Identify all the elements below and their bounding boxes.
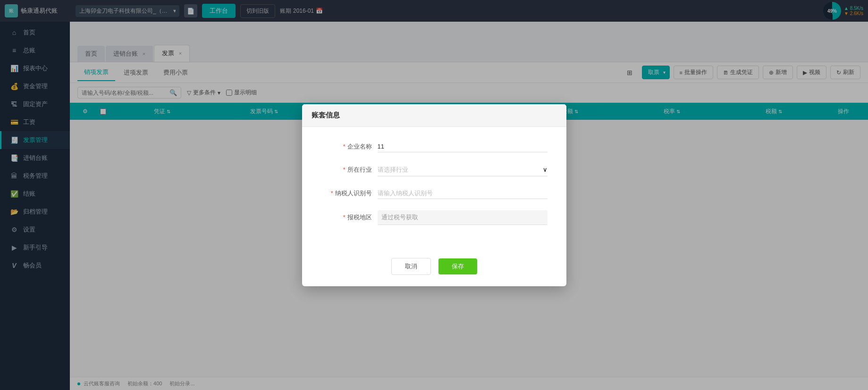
dialog-footer: 取消 保存 bbox=[302, 250, 566, 286]
required-star: * bbox=[343, 143, 346, 150]
required-star-4: * bbox=[343, 214, 346, 221]
save-button[interactable]: 保存 bbox=[438, 258, 477, 274]
required-star-2: * bbox=[343, 166, 346, 173]
tax-region-disabled-input: 通过税号获取 bbox=[378, 210, 548, 225]
tax-region-placeholder: 通过税号获取 bbox=[381, 214, 418, 221]
required-star-3: * bbox=[331, 190, 333, 197]
tax-region-control: 通过税号获取 bbox=[378, 210, 548, 225]
dialog-overlay: 账套信息 * 企业名称 * 所在行业 bbox=[0, 0, 868, 390]
industry-row: * 所在行业 请选择行业 ∨ bbox=[321, 164, 548, 176]
industry-control: 请选择行业 ∨ bbox=[378, 164, 548, 176]
tax-region-label: * 报税地区 bbox=[321, 213, 378, 222]
account-info-dialog: 账套信息 * 企业名称 * 所在行业 bbox=[302, 104, 566, 286]
company-name-row: * 企业名称 bbox=[321, 141, 548, 152]
dialog-body: * 企业名称 * 所在行业 请选择行业 ∨ bbox=[302, 127, 566, 250]
tax-region-row: * 报税地区 通过税号获取 bbox=[321, 210, 548, 225]
tax-id-label: * 纳税人识别号 bbox=[321, 189, 378, 198]
tax-id-row: * 纳税人识别号 bbox=[321, 188, 548, 199]
company-name-input[interactable] bbox=[378, 141, 548, 152]
industry-select[interactable]: 请选择行业 ∨ bbox=[378, 164, 548, 176]
industry-chevron-icon: ∨ bbox=[543, 166, 548, 173]
dialog-header: 账套信息 bbox=[302, 104, 566, 127]
dialog-title: 账套信息 bbox=[312, 111, 340, 119]
company-name-label: * 企业名称 bbox=[321, 142, 378, 151]
tax-id-control bbox=[378, 188, 548, 199]
industry-label: * 所在行业 bbox=[321, 166, 378, 174]
tax-id-input[interactable] bbox=[378, 188, 548, 199]
company-name-control bbox=[378, 141, 548, 152]
cancel-button[interactable]: 取消 bbox=[391, 258, 431, 275]
industry-placeholder: 请选择行业 bbox=[378, 166, 408, 174]
